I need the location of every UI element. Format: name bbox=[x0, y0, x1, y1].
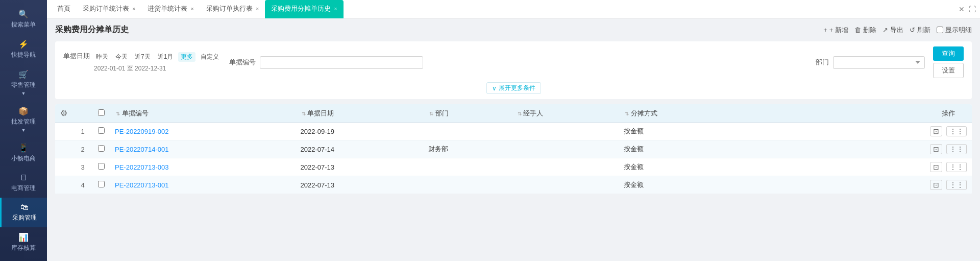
date-btn-more[interactable]: 更多 bbox=[178, 52, 195, 62]
edit-icon[interactable]: ⊡ bbox=[930, 180, 942, 190]
date-btn-yesterday[interactable]: 昨天 bbox=[94, 52, 110, 62]
th-dept: ⇅ 部门 bbox=[423, 104, 511, 123]
th-doc-date-label: 单据日期 bbox=[307, 109, 334, 117]
dept-filter: 部门 财务部 bbox=[816, 56, 925, 69]
sidebar-item-purchase[interactable]: 🛍 采购管理 bbox=[0, 198, 47, 227]
add-button[interactable]: + + 新增 bbox=[823, 26, 848, 35]
sidebar-item-miniapp[interactable]: 📱 小畅电商 bbox=[0, 138, 47, 168]
date-options: 昨天 今天 近7天 近1月 更多 自定义 2022-01-01 至 2022-1… bbox=[94, 52, 221, 73]
doc-num-link[interactable]: PE-20220713-001 bbox=[115, 181, 169, 189]
settings-button[interactable]: 设置 bbox=[933, 63, 964, 78]
table-row: 4 PE-20220713-001 2022-07-13 按金额 ⊡ ⋮⋮ bbox=[55, 176, 972, 194]
date-btn-today[interactable]: 今天 bbox=[113, 52, 130, 62]
doc-num-input[interactable] bbox=[260, 56, 423, 69]
date-buttons: 昨天 今天 近7天 近1月 更多 自定义 bbox=[94, 52, 221, 62]
edit-icon[interactable]: ⊡ bbox=[930, 144, 942, 154]
doc-num-link[interactable]: PE-20220714-001 bbox=[115, 146, 169, 153]
sort-icon: ⇅ bbox=[625, 111, 629, 116]
sidebar-item-retail[interactable]: 🛒 零售管理 ▼ bbox=[0, 64, 47, 101]
doc-num-filter: 单据编号 bbox=[229, 56, 807, 69]
dept-select[interactable]: 财务部 bbox=[833, 56, 925, 69]
maximize-icon[interactable]: ⛶ bbox=[969, 5, 976, 13]
td-dept bbox=[423, 176, 511, 194]
tab-label: 采购订单统计表 bbox=[83, 4, 129, 13]
tab-purchase-order-exec[interactable]: 采购订单执行表 × bbox=[200, 0, 265, 18]
td-ops: ⊡ ⋮⋮ bbox=[925, 176, 972, 194]
sidebar-item-label: 快捷导航 bbox=[11, 51, 36, 59]
settings-icon[interactable]: ⚙ bbox=[60, 109, 67, 117]
expand-row: ∨ 展开更多条件 bbox=[63, 82, 964, 94]
sidebar-item-shortcut[interactable]: ⚡ 快捷导航 bbox=[0, 34, 47, 64]
tab-purchase-cost-history[interactable]: 采购费用分摊单历史 × bbox=[265, 0, 343, 18]
tab-label: 采购费用分摊单历史 bbox=[271, 4, 331, 13]
query-button[interactable]: 查询 bbox=[933, 46, 964, 61]
table-row: 1 PE-20220919-002 2022-09-19 按金额 ⊡ ⋮⋮ bbox=[55, 123, 972, 140]
sidebar-item-inventory[interactable]: 📊 库存核算 bbox=[0, 227, 47, 257]
td-dept bbox=[423, 158, 511, 176]
td-handler bbox=[511, 140, 619, 158]
tab-purchase-order-stats[interactable]: 采购订单统计表 × bbox=[77, 0, 141, 18]
th-handler: ⇅ 经手人 bbox=[511, 104, 619, 123]
close-icon[interactable]: × bbox=[334, 6, 337, 12]
close-icon[interactable]: × bbox=[190, 6, 193, 12]
show-columns-input[interactable] bbox=[937, 27, 943, 33]
date-btn-custom[interactable]: 自定义 bbox=[199, 52, 221, 62]
more-icon[interactable]: ⋮⋮ bbox=[946, 180, 967, 190]
sidebar-item-ecommerce[interactable]: 🖥 电商管理 bbox=[0, 168, 47, 198]
th-split-method: ⇅ 分摊方式 bbox=[619, 104, 925, 123]
th-settings: ⚙ bbox=[55, 104, 72, 123]
td-split-method: 按金额 bbox=[619, 140, 925, 158]
row-checkbox[interactable] bbox=[98, 181, 105, 187]
td-ops: ⊡ ⋮⋮ bbox=[925, 158, 972, 176]
td-split-method: 按金额 bbox=[619, 176, 925, 194]
th-checkbox bbox=[93, 104, 110, 123]
filter-bar: 单据日期 昨天 今天 近7天 近1月 更多 自定义 2022-01-01 至 2… bbox=[55, 41, 972, 99]
export-button[interactable]: ↗ 导出 bbox=[883, 26, 903, 35]
delete-button[interactable]: 🗑 删除 bbox=[854, 26, 876, 35]
td-settings bbox=[55, 123, 72, 140]
sidebar: 🔍 搜索菜单 ⚡ 快捷导航 🛒 零售管理 ▼ 📦 批发管理 ▼ 📱 小畅电商 🖥… bbox=[0, 0, 47, 261]
td-checkbox bbox=[93, 140, 110, 158]
tab-label: 采购订单执行表 bbox=[206, 4, 253, 13]
sidebar-item-wholesale[interactable]: 📦 批发管理 ▼ bbox=[0, 101, 47, 138]
edit-icon[interactable]: ⊡ bbox=[930, 126, 942, 136]
td-ops: ⊡ ⋮⋮ bbox=[925, 140, 972, 158]
td-settings bbox=[55, 140, 72, 158]
minimize-icon[interactable]: ✕ bbox=[959, 5, 965, 13]
row-checkbox[interactable] bbox=[98, 163, 105, 170]
td-handler bbox=[511, 123, 619, 140]
more-icon[interactable]: ⋮⋮ bbox=[946, 162, 967, 172]
tab-home[interactable]: 首页 bbox=[51, 0, 77, 18]
doc-num-link[interactable]: PE-20220713-003 bbox=[115, 163, 169, 171]
date-btn-1month[interactable]: 近1月 bbox=[156, 52, 176, 62]
date-range-text: 2022-01-01 至 2022-12-31 bbox=[94, 64, 221, 73]
row-checkbox[interactable] bbox=[98, 127, 105, 134]
delete-icon: 🗑 bbox=[854, 26, 861, 34]
sidebar-item-finance[interactable]: 💰 资金管理 bbox=[0, 257, 47, 261]
td-doc-num: PE-20220713-001 bbox=[110, 176, 296, 194]
retail-icon: 🛒 bbox=[18, 69, 29, 79]
sidebar-item-search[interactable]: 🔍 搜索菜单 bbox=[0, 4, 47, 34]
select-all-checkbox[interactable] bbox=[98, 109, 105, 116]
td-num: 4 bbox=[72, 176, 93, 194]
chevron-down-icon: ∨ bbox=[492, 85, 497, 92]
more-icon[interactable]: ⋮⋮ bbox=[946, 144, 967, 154]
date-btn-7days[interactable]: 近7天 bbox=[133, 52, 153, 62]
th-handler-label: 经手人 bbox=[523, 109, 543, 117]
expand-conditions-button[interactable]: ∨ 展开更多条件 bbox=[486, 82, 541, 94]
td-doc-num: PE-20220919-002 bbox=[110, 123, 296, 140]
tab-incoming-stats[interactable]: 进货单统计表 × bbox=[141, 0, 200, 18]
more-icon[interactable]: ⋮⋮ bbox=[946, 126, 967, 136]
refresh-button[interactable]: ↺ 刷新 bbox=[910, 26, 930, 35]
edit-icon[interactable]: ⊡ bbox=[930, 162, 942, 172]
table-row: 2 PE-20220714-001 2022-07-14 财务部 按金额 ⊡ ⋮… bbox=[55, 140, 972, 158]
row-checkbox[interactable] bbox=[98, 145, 105, 152]
page-content: 采购费用分摊单历史 + + 新增 🗑 删除 ↗ 导出 ↺ 刷新 bbox=[47, 18, 980, 261]
td-split-method: 按金额 bbox=[619, 123, 925, 140]
close-icon[interactable]: × bbox=[132, 6, 135, 12]
show-columns-checkbox[interactable]: 显示明细 bbox=[937, 26, 972, 35]
delete-label: 删除 bbox=[863, 26, 876, 35]
td-doc-date: 2022-07-14 bbox=[296, 140, 423, 158]
close-icon[interactable]: × bbox=[256, 6, 259, 12]
doc-num-link[interactable]: PE-20220919-002 bbox=[115, 128, 169, 135]
